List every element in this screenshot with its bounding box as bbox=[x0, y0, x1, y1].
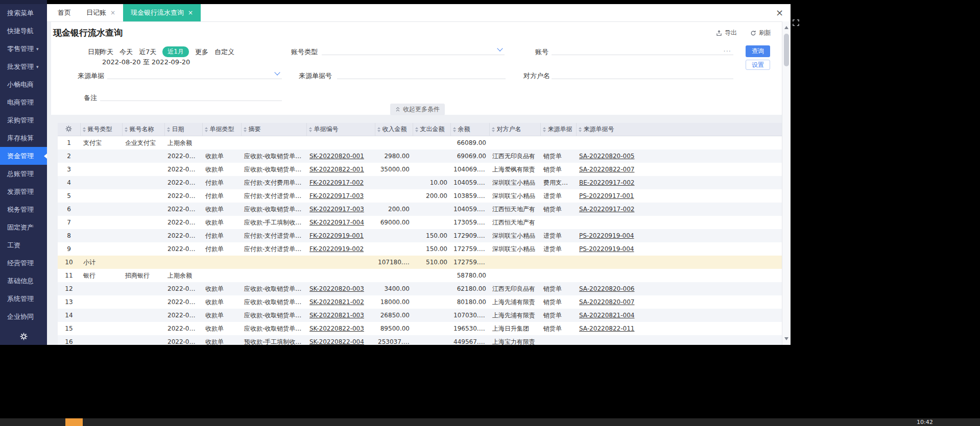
fullscreen-icon[interactable] bbox=[793, 19, 799, 26]
query-button[interactable]: 查询 bbox=[746, 45, 770, 57]
counterparty-input[interactable] bbox=[552, 68, 733, 79]
doc-link[interactable]: PS-20220919-004 bbox=[579, 245, 634, 253]
sidebar-item[interactable]: 工资 bbox=[0, 236, 47, 254]
doc-link[interactable]: BE-20220917-002 bbox=[579, 179, 634, 186]
doc-link[interactable]: SA-20220821-004 bbox=[579, 312, 634, 319]
sidebar-item[interactable]: 小畅电商 bbox=[0, 76, 47, 93]
table-row[interactable]: 142022-08-21收款单应收款-收取销货单SA-20SK-20220821… bbox=[58, 309, 782, 322]
column-header[interactable]: 来源单据 bbox=[540, 123, 576, 136]
column-header[interactable]: 单据编号 bbox=[306, 123, 375, 136]
table-row[interactable]: 22022-08-20收款单应收款-收取销货单SA-20SK-20220820-… bbox=[58, 149, 782, 163]
date-quick-option[interactable]: 近7天 bbox=[139, 47, 156, 57]
column-header[interactable]: 日期 bbox=[164, 123, 202, 136]
settings-button[interactable]: 设置 bbox=[746, 60, 770, 70]
date-quick-option[interactable]: 昨天 bbox=[100, 47, 113, 57]
sidebar-item[interactable]: 搜索菜单 bbox=[0, 4, 47, 22]
table-row[interactable]: 92022-09-19付款单应付款-支付进货单PS-20.FK-20220919… bbox=[58, 242, 782, 256]
table-row[interactable]: 1支付宝企业支付宝上期余额66089.00 bbox=[58, 136, 782, 150]
doc-link[interactable]: SA-20220820-005 bbox=[579, 153, 634, 160]
sidebar-item[interactable]: 系统管理 bbox=[0, 290, 47, 308]
column-header[interactable]: 余额 bbox=[450, 123, 489, 136]
vertical-scrollbar[interactable] bbox=[782, 21, 791, 345]
doc-link[interactable]: SK-20220917-004 bbox=[309, 219, 364, 226]
column-header[interactable]: 账号名称 bbox=[122, 123, 164, 136]
sort-icon[interactable] bbox=[453, 127, 456, 132]
collapse-conditions-button[interactable]: 收起更多条件 bbox=[390, 104, 445, 115]
doc-link[interactable]: SK-20220822-001 bbox=[309, 166, 364, 173]
table-row[interactable]: 32022-08-22收款单应收款-收取销货单SA-20SK-20220822-… bbox=[58, 163, 782, 176]
tab[interactable]: 日记账× bbox=[79, 4, 123, 21]
sidebar-item[interactable]: 快捷导航 bbox=[0, 22, 47, 40]
table-row[interactable]: 52022-09-17付款单应付款-支付进货单PS-20.FK-20220917… bbox=[58, 189, 782, 203]
date-quick-option[interactable]: 近1月 bbox=[162, 46, 189, 57]
sort-icon[interactable] bbox=[309, 127, 312, 132]
doc-link[interactable]: SK-20220822-003 bbox=[309, 325, 364, 332]
sidebar-item[interactable]: 基础信息 bbox=[0, 272, 47, 290]
column-header[interactable]: 支出金额 bbox=[413, 123, 450, 136]
doc-link[interactable]: FK-20220917-002 bbox=[309, 179, 364, 186]
sort-icon[interactable] bbox=[205, 127, 208, 132]
sort-icon[interactable] bbox=[125, 127, 128, 132]
close-icon[interactable]: × bbox=[776, 8, 783, 17]
sidebar-item[interactable]: 库存核算 bbox=[0, 129, 47, 147]
table-row[interactable]: 82022-09-19付款单应付款-支付进货单PS-20.FK-20220919… bbox=[58, 229, 782, 242]
table-row[interactable]: 62022-09-17收款单应收款-收取销货单SA-20SK-20220917-… bbox=[58, 203, 782, 216]
sort-icon[interactable] bbox=[244, 127, 247, 132]
sidebar-item[interactable]: 零售管理▾ bbox=[0, 40, 47, 58]
account-type-select[interactable] bbox=[322, 44, 505, 55]
scroll-up-icon[interactable] bbox=[784, 26, 788, 29]
date-range-value[interactable]: 2022-08-20 至 2022-09-20 bbox=[102, 58, 190, 67]
doc-link[interactable]: SA-20220917-002 bbox=[579, 206, 634, 213]
sort-icon[interactable] bbox=[377, 127, 380, 132]
taskbar-active-app[interactable] bbox=[65, 418, 83, 426]
column-header[interactable]: 来源单据号 bbox=[576, 123, 782, 136]
table-row[interactable]: 152022-08-22收款单应收款-收取销货单SA-20SK-20220822… bbox=[58, 322, 782, 335]
tab[interactable]: 首页 bbox=[50, 4, 79, 21]
sort-icon[interactable] bbox=[167, 127, 170, 132]
table-row[interactable]: 10小计107180.00510.00172759.00 bbox=[58, 256, 782, 269]
sort-icon[interactable] bbox=[492, 127, 495, 132]
date-quick-option[interactable]: 更多 bbox=[195, 47, 208, 57]
sidebar-item[interactable]: 经营管理 bbox=[0, 254, 47, 272]
column-header[interactable]: 账号类型 bbox=[80, 123, 122, 136]
tab-close-icon[interactable]: × bbox=[188, 9, 193, 16]
tab[interactable]: 现金银行流水查询× bbox=[123, 4, 201, 21]
table-row[interactable]: 42022-09-17付款单应付款-支付费用单BE-20.FK-20220917… bbox=[58, 176, 782, 189]
doc-link[interactable]: PS-20220917-001 bbox=[579, 192, 634, 199]
sidebar-item[interactable]: 采购管理 bbox=[0, 111, 47, 129]
table-row[interactable]: 132022-08-21收款单应收款-收取销货单SA-20SK-20220821… bbox=[58, 295, 782, 309]
tab-close-icon[interactable]: × bbox=[110, 9, 115, 16]
doc-link[interactable]: SK-20220822-004 bbox=[309, 338, 364, 345]
doc-link[interactable]: FK-20220919-001 bbox=[309, 232, 364, 239]
date-quick-option[interactable]: 自定义 bbox=[214, 47, 234, 57]
sidebar-item[interactable]: 电商管理 bbox=[0, 93, 47, 111]
table-row[interactable]: 122022-08-20收款单应收款-收取销货单SA-20SK-20220820… bbox=[58, 282, 782, 295]
sidebar-item[interactable]: 批发管理▾ bbox=[0, 58, 47, 76]
more-icon[interactable]: ... bbox=[724, 45, 731, 53]
remark-input[interactable] bbox=[100, 90, 282, 101]
sort-icon[interactable] bbox=[83, 127, 86, 132]
sidebar-item[interactable]: 企业协同 bbox=[0, 308, 47, 325]
column-header[interactable]: 收入金额 bbox=[375, 123, 413, 136]
column-header[interactable]: 单据类型 bbox=[202, 123, 241, 136]
doc-link[interactable]: SA-20220822-011 bbox=[579, 325, 634, 332]
settings-gear-icon[interactable] bbox=[0, 333, 47, 342]
doc-link[interactable]: FK-20220917-003 bbox=[309, 192, 364, 199]
column-header[interactable]: 摘要 bbox=[241, 123, 306, 136]
sidebar-item[interactable]: 税务管理 bbox=[0, 201, 47, 218]
source-doc-no-input[interactable] bbox=[337, 68, 506, 79]
account-input[interactable]: ... bbox=[552, 44, 733, 55]
doc-link[interactable]: SK-20220820-001 bbox=[309, 153, 364, 160]
doc-link[interactable]: SA-20220820-007 bbox=[579, 298, 634, 306]
export-button[interactable]: 导出 bbox=[716, 29, 737, 37]
scrollbar-thumb[interactable] bbox=[784, 34, 789, 66]
sidebar-item[interactable]: 固定资产 bbox=[0, 218, 47, 236]
source-doc-select[interactable] bbox=[107, 68, 282, 79]
table-column-settings[interactable] bbox=[58, 123, 80, 136]
sidebar-item[interactable]: 发票管理 bbox=[0, 183, 47, 201]
sidebar-item[interactable]: 资金管理 bbox=[0, 147, 47, 165]
sort-icon[interactable] bbox=[579, 127, 582, 132]
doc-link[interactable]: FK-20220919-002 bbox=[309, 245, 364, 253]
column-header[interactable]: 对方户名 bbox=[489, 123, 540, 136]
date-quick-option[interactable]: 今天 bbox=[119, 47, 133, 57]
